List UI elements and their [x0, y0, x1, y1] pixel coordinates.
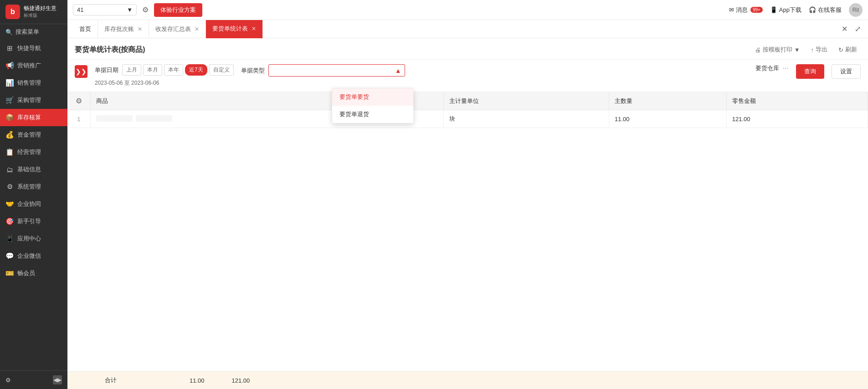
system-icon: ⚙ — [5, 183, 14, 191]
sidebar-item-label: 销售管理 — [17, 79, 41, 87]
this-month-btn[interactable]: 本月 — [143, 64, 162, 76]
sidebar-item-label: 畅会员 — [17, 269, 35, 277]
sidebar-item-system[interactable]: ⚙ 系统管理 — [0, 178, 67, 195]
app-download-btn[interactable]: 📱 App下载 — [770, 6, 801, 14]
filter-type-group: 单据类型 ▲ — [241, 64, 748, 77]
close-all-tabs-btn[interactable]: ✕ — [840, 23, 849, 35]
phone-icon: 📱 — [770, 6, 777, 13]
service-btn[interactable]: 🎧 在线客服 — [809, 6, 842, 14]
sidebar-collapse-btn[interactable]: ◀▶ — [53, 375, 62, 384]
tab-shipment-summary[interactable]: 收发存汇总表 ✕ — [149, 20, 206, 38]
store-name: 41 — [77, 6, 83, 13]
prev-month-btn[interactable]: 上月 — [122, 64, 141, 76]
wechat-icon: 💬 — [5, 252, 14, 260]
date-options: 上月 本月 本年 近7天 自定义 — [122, 64, 234, 76]
dropdown-item-requisition-return[interactable]: 要货单退货 — [332, 106, 413, 123]
service-label: 在线客服 — [818, 6, 842, 14]
export-icon: ↑ — [811, 46, 814, 53]
sidebar-item-label: 基础信息 — [17, 165, 41, 174]
th-quantity: 主数量 — [609, 92, 727, 110]
warehouse-dots-btn[interactable]: ··· — [783, 64, 789, 72]
table-wrap: ⚙ 商品 主计量单位 主数量 零售金额 1 — [67, 92, 868, 371]
logo-icon: b — [5, 5, 20, 19]
tab-close-batch[interactable]: ✕ — [138, 26, 142, 32]
store-dropdown-icon: ▼ — [127, 6, 133, 13]
inventory-icon: 📦 — [5, 113, 14, 122]
sidebar-item-wechat[interactable]: 💬 企业微信 — [0, 247, 67, 265]
sidebar-item-label: 资金管理 — [17, 131, 41, 139]
sidebar-item-sales[interactable]: 📊 销售管理 — [0, 74, 67, 92]
sidebar: b 畅捷通好生意 标准版 🔍 搜索菜单 ⊞ 快捷导航 📢 营销推广 📊 销售管理… — [0, 0, 67, 389]
print-btn[interactable]: 🖨 按模板打印 ▼ — [751, 44, 804, 56]
expand-tabs-btn[interactable]: ⤢ — [853, 23, 863, 35]
main-area: 41 ▼ ⚙ 体验行业方案 ✉ 消息 99+ 📱 App下载 🎧 在线客服 Ri… — [67, 0, 868, 389]
product-placeholder2 — [136, 115, 172, 122]
refresh-btn[interactable]: ↻ 刷新 — [835, 44, 861, 56]
print-icon: 🖨 — [755, 46, 761, 53]
message-btn[interactable]: ✉ 消息 99+ — [729, 6, 763, 14]
marketing-icon: 📢 — [5, 61, 14, 70]
export-btn[interactable]: ↑ 导出 — [807, 44, 832, 56]
search-label: 搜索菜单 — [15, 28, 39, 36]
tab-home[interactable]: 首页 — [73, 20, 98, 38]
finance-icon: 💰 — [5, 131, 14, 139]
tab-bar-end: ✕ ⤢ — [840, 23, 863, 35]
sidebar-item-operations[interactable]: 📋 经营管理 — [0, 143, 67, 161]
warehouse-label: 要货仓库 — [755, 64, 779, 72]
footer-quantity: 11.00 — [190, 377, 205, 384]
trial-btn[interactable]: 体验行业方案 — [154, 3, 202, 17]
dropdown-item-requisition-order[interactable]: 要货单要货 — [332, 88, 413, 106]
tab-close-shipment[interactable]: ✕ — [195, 26, 199, 32]
sidebar-item-finance[interactable]: 💰 资金管理 — [0, 126, 67, 143]
type-input[interactable] — [268, 64, 405, 77]
sidebar-item-vip[interactable]: 🎫 畅会员 — [0, 265, 67, 282]
header-settings-icon[interactable]: ⚙ — [142, 5, 149, 14]
sidebar-item-quick-nav[interactable]: ⊞ 快捷导航 — [0, 40, 67, 57]
store-selector[interactable]: 41 ▼ — [73, 4, 137, 15]
footer-total-text: 合计 — [105, 376, 117, 384]
tab-batch-account[interactable]: 库存批次账 ✕ — [98, 20, 149, 38]
purchase-icon: 🛒 — [5, 96, 14, 104]
logo-text-block: 畅捷通好生意 标准版 — [24, 5, 56, 19]
sidebar-bottom: ⚙ ◀▶ — [0, 370, 67, 389]
refresh-label: 刷新 — [845, 46, 857, 54]
vip-icon: 🎫 — [5, 269, 14, 277]
message-badge: 99+ — [750, 7, 763, 13]
custom-date-btn[interactable]: 自定义 — [209, 64, 234, 76]
sidebar-item-marketing[interactable]: 📢 营销推广 — [0, 57, 67, 74]
sidebar-item-app-center[interactable]: 📱 应用中心 — [0, 230, 67, 247]
user-avatar[interactable]: Rit — [849, 3, 863, 17]
sidebar-item-inventory[interactable]: 📦 库存核算 — [0, 109, 67, 126]
last-7-days-btn[interactable]: 近7天 — [185, 64, 207, 76]
tab-close-requisition[interactable]: ✕ — [252, 26, 256, 32]
table-footer: 合计 11.00 121.00 — [67, 371, 868, 389]
query-btn[interactable]: 查询 — [796, 64, 824, 79]
sidebar-item-purchase[interactable]: 🛒 采购管理 — [0, 92, 67, 109]
sidebar-search[interactable]: 🔍 搜索菜单 — [0, 24, 67, 40]
guide-icon: 🎯 — [5, 217, 14, 225]
sidebar-item-enterprise[interactable]: 🤝 企业协同 — [0, 195, 67, 213]
quick-nav-icon: ⊞ — [5, 44, 14, 52]
operations-icon: 📋 — [5, 148, 14, 156]
sidebar-item-label: 采购管理 — [17, 96, 41, 104]
td-unit: 块 — [444, 110, 609, 128]
expand-icon: ❯❯ — [76, 68, 87, 75]
filter-warehouse-group: 要货仓库 ··· — [755, 64, 789, 72]
this-year-btn[interactable]: 本年 — [164, 64, 183, 76]
sidebar-item-base-info[interactable]: 🗂 基础信息 — [0, 161, 67, 178]
data-table: ⚙ 商品 主计量单位 主数量 零售金额 1 — [67, 92, 868, 128]
tab-requisition-stats[interactable]: 要货单统计表 ✕ — [206, 20, 263, 38]
td-quantity: 11.00 — [609, 110, 727, 128]
settings-icon[interactable]: ⚙ — [5, 377, 11, 384]
sidebar-item-label: 应用中心 — [17, 235, 41, 243]
type-chevron-up-icon[interactable]: ▲ — [395, 67, 401, 74]
message-icon: ✉ — [729, 6, 734, 13]
tab-bar: 首页 库存批次账 ✕ 收发存汇总表 ✕ 要货单统计表 ✕ ✕ ⤢ — [67, 20, 868, 38]
filter-settings-btn[interactable]: 设置 — [832, 64, 861, 79]
sidebar-item-label: 库存核算 — [17, 113, 41, 122]
sidebar-item-guide[interactable]: 🎯 新手引导 — [0, 213, 67, 230]
export-label: 导出 — [816, 46, 827, 54]
column-settings-icon[interactable]: ⚙ — [76, 97, 82, 105]
footer-amount: 121.00 — [232, 377, 250, 384]
filter-expand-btn[interactable]: ❯❯ — [75, 65, 87, 78]
